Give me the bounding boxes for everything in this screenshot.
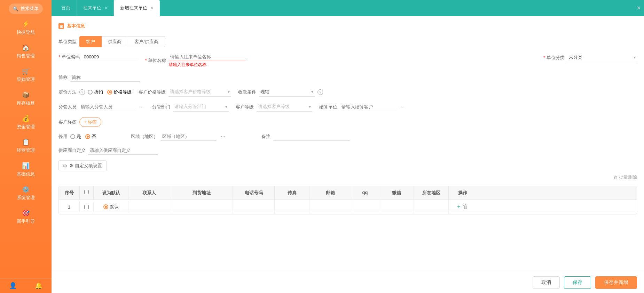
type-btn-both[interactable]: 客户/供应商 xyxy=(128,36,165,47)
payment-terms-select[interactable]: 现结 ▾ xyxy=(259,87,315,97)
supplier-custom-input[interactable] xyxy=(88,146,158,155)
col-header-qq: qq xyxy=(351,186,379,200)
customer-level-label: 客户等级 xyxy=(236,104,254,110)
radio-yes[interactable]: 是 xyxy=(70,133,81,140)
custom-settings-button[interactable]: ⚙ ⚙ 自定义项设置 xyxy=(58,160,107,171)
sidebar-item-label: 快捷导航 xyxy=(17,29,35,35)
row-delete-icon[interactable]: 🗑 xyxy=(463,204,468,210)
cell-address-1[interactable] xyxy=(170,200,233,214)
radio-price-level-circle xyxy=(107,90,112,95)
cancel-button[interactable]: 取消 xyxy=(533,276,560,289)
save-button[interactable]: 保存 xyxy=(564,276,591,289)
row-1-address-input[interactable] xyxy=(173,203,230,211)
radio-discount-label: 折扣 xyxy=(94,89,103,95)
sidebar-item-finance[interactable]: 💰 资金管理 xyxy=(0,111,52,134)
notification-icon[interactable]: 🔔 xyxy=(35,282,42,290)
type-btn-customer[interactable]: 客户 xyxy=(79,36,102,47)
tab-partners[interactable]: 往来单位 × xyxy=(77,0,114,16)
region-input[interactable] xyxy=(161,132,217,141)
sidebar-item-purchase[interactable]: 🛒 采购管理 xyxy=(0,63,52,87)
tab-partners-close[interactable]: × xyxy=(105,6,107,10)
sidebar-item-management[interactable]: 📋 经营管理 xyxy=(0,134,52,158)
sidebar: 🔍 搜索菜单 ⚡ 快捷导航 🏠 销售管理 🛒 采购管理 📦 库存核算 💰 资金管… xyxy=(0,0,52,293)
cell-contact-1[interactable] xyxy=(128,200,170,214)
region-ellipsis[interactable]: ··· xyxy=(219,133,227,140)
payment-help-icon[interactable]: ? xyxy=(317,89,323,95)
add-tag-button[interactable]: + 标签 xyxy=(79,117,101,127)
supplier-custom-label: 供应商自定义 xyxy=(58,147,86,154)
customer-level-select[interactable]: 请选择客户等级 ▾ xyxy=(257,102,312,112)
department-arrow: ▾ xyxy=(225,104,227,109)
department-label: 分管部门 xyxy=(152,104,170,110)
manager-input[interactable] xyxy=(79,103,135,111)
tab-new-partner-close[interactable]: × xyxy=(151,6,153,10)
user-icon[interactable]: 👤 xyxy=(9,282,17,290)
settlement-field: 结算单位 ··· xyxy=(319,103,406,111)
settlement-ellipsis[interactable]: ··· xyxy=(399,104,406,110)
unit-name-label: 单位名称 xyxy=(145,57,166,64)
radio-price-level[interactable]: 价格等级 xyxy=(107,89,132,95)
sidebar-item-system[interactable]: ⚙️ 系统管理 xyxy=(0,181,52,205)
customer-level-arrow: ▾ xyxy=(309,104,311,109)
sidebar-search[interactable]: 🔍 搜索菜单 xyxy=(9,3,43,14)
unit-code-input[interactable] xyxy=(83,53,138,61)
sidebar-item-label: 资金管理 xyxy=(17,124,35,130)
sidebar-item-label: 经营管理 xyxy=(17,147,35,154)
sidebar-item-guide[interactable]: 🎯 新手引导 xyxy=(0,205,52,229)
payment-terms-value: 现结 xyxy=(260,89,310,95)
sidebar-item-inventory[interactable]: 📦 库存核算 xyxy=(0,87,52,111)
system-icon: ⚙️ xyxy=(22,186,30,193)
col-header-check xyxy=(80,186,94,200)
col-header-wechat: 微信 xyxy=(379,186,414,200)
basic-icon: 📊 xyxy=(22,162,30,170)
remarks-field: 备注 xyxy=(261,132,350,141)
unit-name-field: 单位名称 请输入往来单位名称 xyxy=(145,53,537,68)
unit-name-input[interactable] xyxy=(169,53,245,61)
pricing-help-icon[interactable]: ? xyxy=(79,89,85,95)
radio-no-circle xyxy=(85,134,90,139)
quick-nav-icon: ⚡ xyxy=(22,20,30,28)
sidebar-item-label: 采购管理 xyxy=(17,76,35,83)
save-new-button[interactable]: 保存并新增 xyxy=(595,276,637,289)
sidebar-item-quick-nav[interactable]: ⚡ 快捷导航 xyxy=(0,16,52,40)
unit-code-field: 单位编码 xyxy=(58,53,138,61)
settlement-input[interactable] xyxy=(340,103,396,111)
tab-new-partner[interactable]: 新增往来单位 × xyxy=(114,0,160,16)
department-select[interactable]: 请输入分管部门 ▾ xyxy=(173,102,229,112)
row-1-checkbox[interactable] xyxy=(84,205,89,209)
row-add-icon[interactable]: + xyxy=(457,204,460,210)
batch-delete-label[interactable]: 批量删除 xyxy=(619,174,637,180)
section-title-basic: ▣ 基本信息 xyxy=(58,23,637,29)
section-icon: ▣ xyxy=(58,23,64,29)
tab-home[interactable]: 首页 xyxy=(55,0,77,16)
radio-yes-label: 是 xyxy=(77,133,81,140)
radio-no[interactable]: 否 xyxy=(85,133,96,140)
row-1-contact-input[interactable] xyxy=(121,203,177,211)
sidebar-item-label: 销售管理 xyxy=(17,53,35,59)
sidebar-item-label: 新手引导 xyxy=(17,218,35,225)
unit-code-label: 单位编码 xyxy=(58,54,80,60)
window-close-button[interactable]: × xyxy=(637,5,641,12)
unit-category-select[interactable]: 未分类 ▾ xyxy=(567,53,637,62)
remarks-input[interactable] xyxy=(273,132,350,141)
manager-ellipsis[interactable]: ··· xyxy=(138,104,145,110)
disabled-radio-group: 是 否 xyxy=(70,133,96,140)
cell-region-1[interactable] xyxy=(414,200,449,214)
unit-category-field: 单位分类 未分类 ▾ xyxy=(543,53,637,62)
sidebar-item-sales[interactable]: 🏠 销售管理 xyxy=(0,40,52,63)
type-btn-supplier[interactable]: 供应商 xyxy=(102,36,128,47)
supplier-custom-row: 供应商自定义 xyxy=(58,146,637,155)
guide-icon: 🎯 xyxy=(22,209,30,217)
select-all-checkbox[interactable] xyxy=(84,190,89,194)
short-name-input[interactable] xyxy=(70,73,140,82)
sidebar-item-basic[interactable]: 📊 基础信息 xyxy=(0,158,52,181)
row-1-default-label: 默认 xyxy=(110,204,119,210)
col-header-action: 操作 xyxy=(449,186,477,200)
radio-discount[interactable]: 折扣 xyxy=(88,89,103,95)
row-1-default-radio[interactable]: 默认 xyxy=(103,204,119,210)
custom-settings-wrapper: ⚙ ⚙ 自定义项设置 xyxy=(58,160,637,171)
price-level-select[interactable]: 请选择客户价格等级 ▾ xyxy=(168,87,231,97)
price-level-placeholder: 请选择客户价格等级 xyxy=(170,89,226,95)
customer-level-field: 客户等级 请选择客户等级 ▾ xyxy=(236,102,312,112)
batch-delete-icon: 🗑 xyxy=(613,175,618,180)
